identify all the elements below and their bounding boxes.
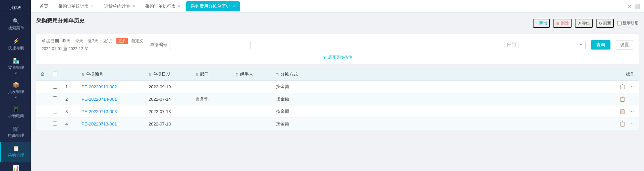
- row-checkbox[interactable]: [53, 121, 57, 126]
- date-more[interactable]: 更多: [116, 38, 128, 44]
- refresh-icon: ↻: [599, 21, 602, 26]
- inventory-icon: 📊: [13, 165, 19, 171]
- doc-no-link[interactable]: PE-20220714-001: [82, 97, 117, 102]
- doc-no-link[interactable]: PE-20220713-003: [82, 109, 117, 114]
- row-checkbox[interactable]: [53, 96, 57, 101]
- row-more-button[interactable]: ⋯: [629, 83, 635, 90]
- sidebar-item-label: 批发管理: [8, 89, 24, 95]
- date-1month[interactable]: 近1月: [102, 38, 115, 44]
- tab-goods-stat[interactable]: 进货单统计表 ✕: [99, 1, 140, 11]
- row-dept-cell: 财务部: [192, 93, 232, 105]
- row-method-cell: 按金额: [272, 93, 605, 105]
- tab-purchase-cost-split[interactable]: 采购费用分摊单历史 ✕: [186, 1, 240, 11]
- date-today[interactable]: 今天: [74, 38, 85, 44]
- tab-home[interactable]: 首页: [35, 1, 53, 11]
- dept-select[interactable]: [519, 41, 586, 49]
- window-close-icon[interactable]: ✕: [628, 4, 632, 9]
- row-actions: 📋 ⋯: [609, 83, 635, 90]
- date-custom[interactable]: 自定义: [130, 38, 145, 44]
- row-date-cell: 2022-09-19: [145, 81, 192, 93]
- show-cols-toggle[interactable]: 显示明细: [617, 20, 639, 26]
- table-header-row: ⚙ ⇅ 单据编号 ⇅ 单据日期: [36, 68, 639, 81]
- sidebar-item-ecom-mini[interactable]: 📱 小畅电商: [0, 102, 31, 122]
- row-setting-cell: [36, 81, 49, 93]
- col-docno-header[interactable]: ⇅ 单据编号: [77, 68, 145, 81]
- date-range[interactable]: 2022-01-01 至 2022-12-31: [42, 46, 145, 52]
- tab-label: 进货单统计表: [104, 3, 130, 9]
- tab-close-icon[interactable]: ✕: [232, 4, 235, 8]
- date-shortcuts: 昨天 今天 近7天 近1月 更多 自定义: [61, 38, 145, 44]
- sort-icon: ⇅: [149, 72, 152, 76]
- row-handler-cell: [232, 93, 272, 105]
- row-more-button[interactable]: ⋯: [629, 108, 635, 115]
- tab-close-icon[interactable]: ✕: [91, 4, 94, 8]
- export-button[interactable]: ↗ 导出: [575, 19, 593, 28]
- delete-button[interactable]: 🗑 删除: [553, 19, 572, 28]
- tab-bar: 首页 采购订单统计表 ✕ 进货单统计表 ✕ 采购订单执行表 ✕ 采购费用分摊单历…: [31, 0, 644, 13]
- date-filter-group: 单据日期 昨天 今天 近7天 近1月 更多 自定义 2022-01-01 至 2…: [42, 38, 145, 52]
- setting-button[interactable]: 设置: [616, 40, 633, 50]
- sidebar-item-shortcuts[interactable]: ⚡ 快捷导航: [0, 34, 31, 54]
- date-label: 单据日期: [42, 38, 59, 44]
- col-date-header[interactable]: ⇅ 单据日期: [145, 68, 192, 81]
- row-dept-cell: [192, 118, 232, 130]
- refresh-button[interactable]: ↻ 刷新: [596, 19, 614, 28]
- delete-label: 删除: [561, 20, 569, 26]
- show-cols-checkbox[interactable]: [617, 21, 622, 25]
- col-handler-header[interactable]: ⇅ 经手人: [232, 68, 272, 81]
- row-dept-cell: [192, 81, 232, 93]
- sort-icon: ⇅: [276, 72, 279, 76]
- doc-no-link[interactable]: PE-20220919-002: [82, 84, 117, 89]
- row-more-button[interactable]: ⋯: [629, 120, 635, 127]
- tab-purchase-order-exec[interactable]: 采购订单执行表 ✕: [141, 1, 185, 11]
- docno-input[interactable]: [170, 41, 251, 49]
- tab-close-icon[interactable]: ✕: [132, 4, 135, 8]
- tab-label: 采购订单执行表: [145, 3, 176, 9]
- row-setting-cell: [36, 118, 49, 130]
- date-yesterday[interactable]: 昨天: [61, 38, 72, 44]
- row-view-button[interactable]: 📋: [619, 96, 626, 102]
- row-view-button[interactable]: 📋: [619, 108, 626, 115]
- ecom-icon: 🛒: [13, 125, 19, 132]
- date-7days[interactable]: 近7天: [87, 38, 100, 44]
- select-all-checkbox[interactable]: [53, 72, 57, 76]
- sidebar-item-ecom[interactable]: 🛒 电商管理: [0, 122, 31, 142]
- add-button[interactable]: + 新增: [533, 19, 550, 28]
- sidebar-item-retail[interactable]: 🏪 零售管理 ▼: [0, 54, 31, 78]
- dept-label: 部门: [507, 42, 516, 48]
- row-view-button[interactable]: 📋: [619, 83, 626, 90]
- sidebar-item-search[interactable]: 🔍 搜索菜单: [0, 15, 31, 34]
- sidebar-item-label: 采购管理: [8, 153, 24, 158]
- row-handler-cell: [232, 81, 272, 93]
- doc-no-link[interactable]: PE-20220713-001: [82, 121, 117, 126]
- filter-row: 单据日期 昨天 今天 近7天 近1月 更多 自定义 2022-01-01 至 2…: [42, 38, 633, 52]
- col-dept-header[interactable]: ⇅ 部门: [192, 68, 232, 81]
- export-icon: ↗: [578, 21, 581, 26]
- expand-label: 展开更多条件: [328, 55, 352, 60]
- row-setting-cell: [36, 93, 49, 105]
- sidebar-item-wholesale[interactable]: 📦 批发管理 ▼: [0, 78, 31, 102]
- row-view-button[interactable]: 📋: [619, 120, 626, 127]
- search-button[interactable]: 查询: [591, 40, 610, 50]
- row-docno-cell: PE-20220919-002: [77, 81, 145, 93]
- row-checkbox[interactable]: [53, 109, 57, 113]
- row-checkbox[interactable]: [53, 84, 57, 89]
- chevron-down-icon: ▼: [14, 96, 17, 99]
- tab-close-icon[interactable]: ✕: [178, 4, 181, 8]
- row-more-button[interactable]: ⋯: [629, 96, 635, 102]
- table-row: 1 PE-20220919-002 2022-09-19 按金额 📋 ⋯: [36, 81, 639, 93]
- sidebar: 指标板 🔍 搜索菜单 ⚡ 快捷导航 🏪 零售管理 ▼ 📦 批发管理 ▼ 📱 小畅…: [0, 0, 31, 171]
- window-maximize-icon[interactable]: ⬜: [634, 4, 640, 9]
- expand-button[interactable]: ▼ 展开更多条件: [323, 55, 352, 60]
- page-header: 采购费用分摊单历史 + 新增 🗑 删除 ↗ 导出 ↻ 刷新 显示明细: [36, 17, 639, 29]
- sidebar-item-label: 零售管理: [8, 65, 24, 71]
- sidebar-item-purchase[interactable]: 📋 采购管理: [0, 142, 31, 162]
- col-ops-header: 操作: [605, 68, 639, 81]
- expand-row: ▼ 展开更多条件: [42, 55, 633, 60]
- records-table: ⚙ ⇅ 单据编号 ⇅ 单据日期: [36, 68, 639, 130]
- col-method-header[interactable]: ⇅ 分摊方式: [272, 68, 605, 81]
- tab-purchase-order-stat[interactable]: 采购订单统计表 ✕: [54, 1, 99, 11]
- column-settings-icon[interactable]: ⚙: [40, 71, 45, 77]
- sidebar-item-inventory[interactable]: 📊 库存核算: [0, 162, 31, 171]
- row-date-cell: 2022-07-13: [145, 118, 192, 130]
